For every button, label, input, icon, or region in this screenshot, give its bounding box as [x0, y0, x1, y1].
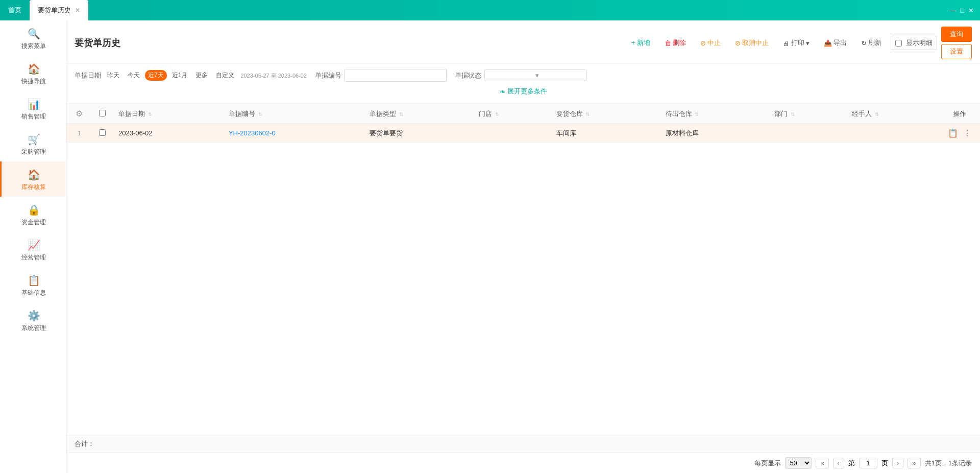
sidebar-label-sales-mgmt: 销售管理	[21, 112, 46, 121]
sidebar-item-system-mgmt[interactable]: ⚙️ 系统管理	[0, 302, 66, 338]
export-button[interactable]: 📤 导出	[819, 36, 852, 50]
prev-page-button[interactable]: ‹	[833, 458, 844, 468]
doc-type-sort-icon[interactable]: ⇅	[399, 111, 403, 117]
page-number-input[interactable]	[859, 458, 877, 468]
doc-date-col-header: 单据日期 ⇅	[112, 104, 223, 124]
sidebar-item-sales-mgmt[interactable]: 📊 销售管理	[0, 91, 66, 126]
first-page-button[interactable]: «	[816, 458, 828, 468]
pagination: 每页显示 50 20 100 200 « ‹ 第 页 › » 共1页，1条记录	[66, 453, 980, 473]
req-warehouse-sort-icon[interactable]: ⇅	[585, 111, 590, 117]
delete-button[interactable]: 🗑 删除	[659, 36, 691, 50]
new-button[interactable]: + 新增	[626, 36, 655, 50]
pending-warehouse-sort-icon[interactable]: ⇅	[695, 111, 699, 117]
filter-area: 单据日期 昨天 今天 近7天 近1月 更多 自定义 2023-05-27 至 2…	[66, 64, 980, 104]
row-more-icon[interactable]: ⋮	[963, 129, 971, 137]
doc-num-sort-icon[interactable]: ⇅	[258, 111, 262, 117]
sidebar: 🔍 搜索菜单 🏠 快捷导航 📊 销售管理 🛒 采购管理 🏠 库存核算 🔒 资金管…	[0, 20, 66, 473]
export-icon: 📤	[824, 39, 832, 47]
row-doc-type: 要货单要货	[363, 124, 473, 143]
table-settings-button[interactable]: ⚙	[76, 109, 83, 119]
sidebar-item-basic-info[interactable]: 📋 基础信息	[0, 267, 66, 302]
shortcut-more[interactable]: 更多	[192, 70, 211, 81]
per-page-select[interactable]: 50 20 100 200	[785, 457, 812, 469]
row-num: 1	[66, 124, 92, 143]
cancel-stop-button[interactable]: ⊘ 取消中止	[730, 36, 774, 50]
doc-status-filter-group: 单据状态 ▾	[455, 69, 586, 81]
row-store	[473, 124, 550, 143]
setting-button[interactable]: 设置	[941, 44, 972, 59]
sidebar-item-purchase-mgmt[interactable]: 🛒 采购管理	[0, 126, 66, 161]
row-pending-warehouse: 原材料仓库	[659, 124, 769, 143]
shortcut-yesterday[interactable]: 昨天	[104, 70, 122, 81]
quick-nav-icon: 🏠	[28, 63, 40, 75]
date-range-display: 2023-05-27 至 2023-06-02	[240, 72, 307, 80]
sidebar-item-finance[interactable]: 🔒 资金管理	[0, 197, 66, 232]
sidebar-label-search-menu: 搜索菜单	[21, 42, 46, 51]
sidebar-label-inventory: 库存核算	[21, 183, 46, 192]
sidebar-item-inventory[interactable]: 🏠 库存核算	[0, 161, 66, 197]
doc-num-col-header: 单据编号 ⇅	[223, 104, 363, 124]
tab-requisition-history[interactable]: 要货单历史 ✕	[30, 0, 88, 20]
doc-num-input[interactable]	[345, 69, 447, 82]
store-sort-icon[interactable]: ⇅	[495, 111, 499, 117]
operations-icon: 📈	[28, 239, 40, 251]
stop-icon: ⊘	[700, 39, 706, 47]
store-col-header: 门店 ⇅	[473, 104, 550, 124]
minimize-icon[interactable]: —	[949, 7, 956, 14]
page-suffix-label: 页	[881, 459, 888, 468]
refresh-button[interactable]: ↻ 刷新	[856, 36, 887, 50]
expand-more-btn[interactable]: ❧ 展开更多条件	[75, 85, 972, 98]
last-page-button[interactable]: »	[908, 458, 920, 468]
doc-status-select[interactable]: ▾	[484, 69, 586, 81]
sidebar-item-operations[interactable]: 📈 经营管理	[0, 232, 66, 267]
shortcut-today[interactable]: 今天	[125, 70, 143, 81]
doc-num-label: 单据编号	[315, 71, 341, 80]
page-prefix-label: 第	[848, 459, 855, 468]
query-button[interactable]: 查询	[941, 27, 972, 42]
doc-num-link[interactable]: YH-20230602-0	[229, 129, 276, 137]
row-checkbox[interactable]	[99, 129, 106, 136]
next-page-button[interactable]: ›	[892, 458, 903, 468]
tab-home[interactable]: 首页	[0, 0, 30, 20]
shortcut-last7days[interactable]: 近7天	[145, 70, 167, 81]
delete-icon: 🗑	[665, 39, 671, 47]
total-info: 共1页，1条记录	[925, 459, 972, 468]
select-all-checkbox[interactable]	[99, 110, 106, 116]
footer-total-label: 合计：	[75, 439, 94, 448]
finance-icon: 🔒	[28, 204, 40, 216]
system-mgmt-icon: ⚙️	[28, 310, 40, 322]
table-wrapper: ⚙ 单据日期 ⇅ 单据编号 ⇅	[66, 104, 980, 435]
purchase-mgmt-icon: 🛒	[28, 133, 40, 146]
handler-sort-icon[interactable]: ⇅	[875, 111, 879, 117]
doc-num-filter-group: 单据编号	[315, 69, 447, 82]
sales-mgmt-icon: 📊	[28, 98, 40, 110]
topbar-close-icon[interactable]: ✕	[968, 7, 974, 14]
row-check	[92, 124, 112, 143]
shortcut-last-month[interactable]: 近1月	[169, 70, 191, 81]
top-bar-right: — □ ✕	[949, 7, 980, 14]
page-title: 要货单历史	[75, 37, 626, 49]
sidebar-item-search-menu[interactable]: 🔍 搜索菜单	[0, 20, 66, 56]
table-row: 1 2023-06-02 YH-20230602-0 要货单要货 车间库 原材料…	[66, 124, 980, 143]
department-sort-icon[interactable]: ⇅	[791, 111, 795, 117]
print-button[interactable]: 🖨 打印 ▾	[778, 36, 815, 50]
row-actions: 📋 ⋮	[939, 124, 980, 143]
cancel-stop-icon: ⊘	[735, 39, 741, 47]
display-detail-toggle[interactable]: 显示明细	[891, 36, 937, 50]
shortcut-custom[interactable]: 自定义	[213, 70, 237, 81]
sidebar-item-quick-nav[interactable]: 🏠 快捷导航	[0, 56, 66, 91]
doc-date-sort-icon[interactable]: ⇅	[148, 111, 152, 117]
doc-type-col-header: 单据类型 ⇅	[363, 104, 473, 124]
search-menu-icon: 🔍	[28, 28, 40, 40]
page-header: 要货单历史 + 新增 🗑 删除 ⊘ 中止 ⊘ 取消中止 🖨 打印	[66, 20, 980, 64]
sidebar-label-system-mgmt: 系统管理	[21, 324, 46, 333]
row-edit-icon[interactable]: 📋	[948, 129, 958, 137]
stop-button[interactable]: ⊘ 中止	[695, 36, 726, 50]
row-doc-date: 2023-06-02	[112, 124, 223, 143]
tab-close-icon[interactable]: ✕	[75, 7, 80, 14]
toolbar: + 新增 🗑 删除 ⊘ 中止 ⊘ 取消中止 🖨 打印 ▾	[626, 27, 972, 59]
maximize-icon[interactable]: □	[960, 7, 964, 14]
top-bar: 首页 要货单历史 ✕ — □ ✕	[0, 0, 980, 20]
row-department	[768, 124, 846, 143]
display-detail-checkbox[interactable]	[895, 40, 902, 46]
